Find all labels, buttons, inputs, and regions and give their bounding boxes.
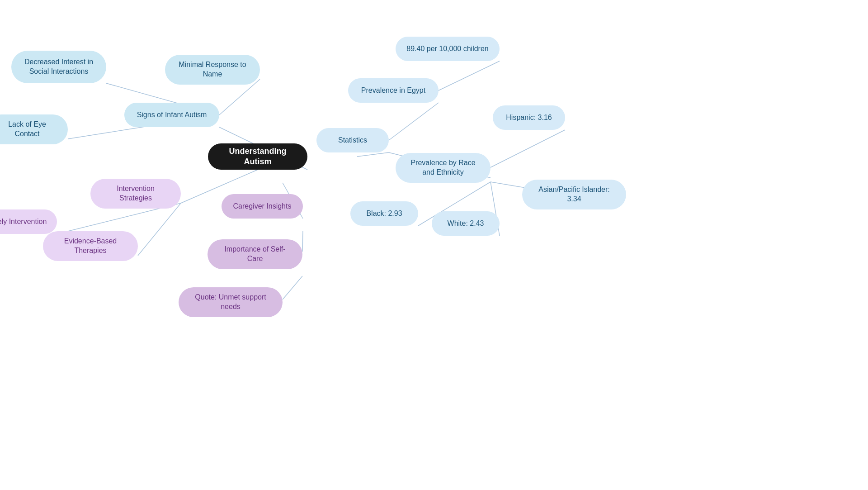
node-black: Black: 2.93 [350, 201, 418, 226]
node-prevalence-race: Prevalence by Race and Ethnicity [396, 153, 491, 183]
node-importance-selfcare: Importance of Self-Care [208, 239, 302, 269]
mindmap-container: Understanding AutismSigns of Infant Auti… [0, 0, 868, 490]
node-hispanic: Hispanic: 3.16 [493, 105, 565, 130]
node-caregiver-insights: Caregiver Insights [222, 194, 303, 219]
node-prevalence-egypt: Prevalence in Egypt [348, 78, 439, 103]
svg-line-6 [138, 203, 181, 256]
node-evidence-based: Evidence-Based Therapies [43, 231, 138, 261]
node-per-10000: 89.40 per 10,000 children [396, 37, 500, 61]
svg-line-11 [389, 103, 439, 140]
svg-line-2 [219, 79, 260, 115]
node-lack-eye: Lack of Eye Contact [0, 114, 68, 144]
svg-line-10 [357, 152, 389, 157]
node-quote-unmet: Quote: Unmet support needs [179, 287, 283, 317]
svg-line-9 [283, 276, 302, 300]
node-asian: Asian/Pacific Islander: 3.34 [522, 180, 626, 209]
node-decreased-interest: Decreased Interest in Social Interaction… [11, 51, 106, 83]
node-minimal-response: Minimal Response to Name [165, 55, 260, 85]
node-statistics: Statistics [316, 128, 389, 152]
node-timely-intervention: Timely Intervention [0, 209, 57, 234]
svg-line-12 [439, 61, 500, 90]
center-node: Understanding Autism [208, 143, 307, 170]
svg-line-14 [491, 130, 565, 167]
node-intervention-strategies: Intervention Strategies [90, 179, 181, 209]
node-white: White: 2.43 [432, 211, 500, 236]
svg-line-8 [302, 231, 303, 252]
node-signs: Signs of Infant Autism [124, 103, 219, 127]
